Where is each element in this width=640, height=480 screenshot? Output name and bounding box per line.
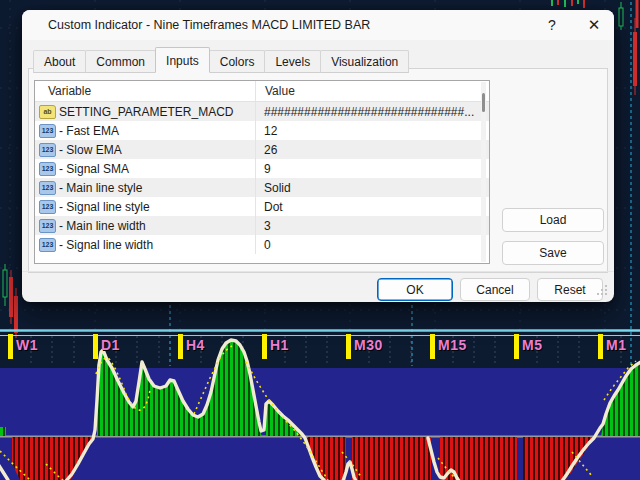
timeframe-label-w1: W1	[16, 337, 38, 353]
param-name: - Main line style	[57, 181, 255, 195]
table-row[interactable]: 123 - Main line width 3	[35, 216, 489, 235]
string-param-icon: ab	[39, 105, 56, 119]
table-row[interactable]: 123 - Signal line width 0	[35, 235, 489, 254]
param-name: - Signal line width	[57, 238, 255, 252]
column-header-value[interactable]: Value	[255, 81, 489, 101]
parameters-table: Variable Value ab SETTING_PARAMETER_MACD…	[34, 80, 490, 264]
param-name: SETTING_PARAMETER_MACD	[57, 105, 255, 119]
param-value[interactable]: 9	[255, 159, 489, 178]
table-header: Variable Value	[35, 81, 489, 102]
numeric-param-icon: 123	[39, 181, 56, 195]
param-value[interactable]: 12	[255, 121, 489, 140]
tab-strip: About Common Inputs Colors Levels Visual…	[33, 47, 408, 73]
tab-inputs[interactable]: Inputs	[155, 47, 210, 73]
numeric-param-icon: 123	[39, 238, 56, 252]
numeric-param-icon: 123	[39, 143, 56, 157]
table-row[interactable]: 123 - Signal line style Dot	[35, 197, 489, 216]
table-row[interactable]: ab SETTING_PARAMETER_MACD ##############…	[35, 102, 489, 121]
numeric-param-icon: 123	[39, 219, 56, 233]
timeframe-label-m15: M15	[438, 337, 467, 353]
timeframe-label-d1: D1	[101, 337, 120, 353]
param-name: - Slow EMA	[57, 143, 255, 157]
timeframe-label-m5: M5	[522, 337, 542, 353]
custom-indicator-dialog: Custom Indicator - Nine Timeframes MACD …	[22, 10, 614, 302]
param-name: - Signal SMA	[57, 162, 255, 176]
timeframe-label-m1: M1	[606, 337, 626, 353]
ok-button[interactable]: OK	[377, 278, 453, 301]
column-header-variable[interactable]: Variable	[35, 84, 255, 98]
table-row[interactable]: 123 - Slow EMA 26	[35, 140, 489, 159]
timeframe-label-h4: H4	[186, 337, 205, 353]
reset-button[interactable]: Reset	[537, 278, 603, 301]
param-name: - Main line width	[57, 219, 255, 233]
table-row[interactable]: 123 - Main line style Solid	[35, 178, 489, 197]
param-value[interactable]: Solid	[255, 178, 489, 197]
param-value[interactable]: Dot	[255, 197, 489, 216]
table-scrollbar-thumb[interactable]	[482, 93, 485, 112]
numeric-param-icon: 123	[39, 162, 56, 176]
param-name: - Fast EMA	[57, 124, 255, 138]
table-row[interactable]: 123 - Signal SMA 9	[35, 159, 489, 178]
tab-visualization[interactable]: Visualization	[320, 50, 409, 73]
help-button[interactable]: ?	[538, 14, 566, 36]
footer-separator	[22, 271, 614, 272]
param-name: - Signal line style	[57, 200, 255, 214]
tab-about[interactable]: About	[33, 50, 86, 73]
timeframe-label-h1: H1	[270, 337, 289, 353]
numeric-param-icon: 123	[39, 124, 56, 138]
load-button[interactable]: Load	[502, 208, 604, 232]
tab-common[interactable]: Common	[85, 50, 156, 73]
param-value[interactable]: ##############################...	[255, 102, 489, 121]
param-value[interactable]: 26	[255, 140, 489, 159]
close-icon[interactable]: ✕	[580, 14, 608, 36]
dialog-titlebar[interactable]: Custom Indicator - Nine Timeframes MACD …	[22, 10, 614, 40]
table-row[interactable]: 123 - Fast EMA 12	[35, 121, 489, 140]
numeric-param-icon: 123	[39, 200, 56, 214]
tab-levels[interactable]: Levels	[264, 50, 321, 73]
cancel-button[interactable]: Cancel	[460, 278, 530, 301]
resize-grip[interactable]	[605, 293, 607, 295]
save-button[interactable]: Save	[502, 241, 604, 265]
timeframe-label-m30: M30	[354, 337, 383, 353]
tab-colors[interactable]: Colors	[209, 50, 266, 73]
param-value[interactable]: 0	[255, 235, 489, 254]
dialog-title: Custom Indicator - Nine Timeframes MACD …	[48, 10, 370, 41]
param-value[interactable]: 3	[255, 216, 489, 235]
